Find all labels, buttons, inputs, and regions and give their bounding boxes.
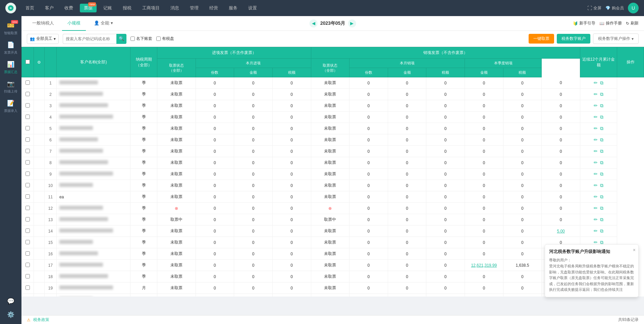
row-checkbox[interactable] bbox=[25, 92, 30, 96]
select-all-checkbox[interactable] bbox=[25, 60, 30, 64]
sidebar-item-gear[interactable]: ⚙️ bbox=[1, 308, 20, 321]
sidebar-item-ticket-summary[interactable]: 📊 票据汇总 bbox=[1, 58, 20, 77]
row-edit-button[interactable]: ✏ bbox=[593, 193, 598, 200]
row-checkbox[interactable] bbox=[25, 240, 30, 244]
search-input[interactable] bbox=[63, 34, 116, 44]
row-checkbox[interactable] bbox=[25, 194, 30, 199]
nav-client[interactable]: 客户 bbox=[41, 4, 58, 12]
row-copy-button[interactable]: ⧉ bbox=[599, 136, 604, 143]
tax-ops-button[interactable]: 税务数字账户操作 ▾ bbox=[593, 34, 639, 44]
refresh-button[interactable]: ↻ 刷新 bbox=[626, 20, 639, 26]
row-checkbox[interactable] bbox=[25, 263, 30, 267]
tab-small-scale[interactable]: 小规模 bbox=[62, 16, 86, 31]
sidebar-item-ticket-entry[interactable]: 📝 票据录入 bbox=[1, 96, 20, 116]
row-edit-button[interactable]: ✏ bbox=[593, 205, 598, 211]
sidebar-item-invoice-open[interactable]: 📄 发票开具 bbox=[1, 38, 20, 58]
nav-manage[interactable]: 管理 bbox=[186, 4, 203, 12]
one-click-ticket-button[interactable]: 一键取票 bbox=[529, 34, 554, 44]
tab-general-taxpayer[interactable]: 一般纳税人 bbox=[27, 16, 59, 31]
row-copy-button[interactable]: ⧉ bbox=[599, 182, 604, 189]
row-copy-button[interactable]: ⧉ bbox=[599, 102, 604, 109]
row-checkbox[interactable] bbox=[25, 103, 30, 108]
nav-fee[interactable]: 收费 bbox=[60, 4, 77, 12]
row-copy-button[interactable]: ⧉ bbox=[599, 205, 604, 212]
row-edit-button[interactable]: ✏ bbox=[593, 102, 598, 109]
app-logo[interactable] bbox=[5, 3, 16, 13]
total-12m-value[interactable]: 5.00 bbox=[557, 229, 565, 234]
row-checkbox[interactable] bbox=[25, 285, 30, 290]
row-edit-button[interactable]: ✏ bbox=[593, 125, 598, 132]
row-copy-button[interactable]: ⧉ bbox=[599, 228, 604, 235]
nav-business[interactable]: 工商项目 bbox=[138, 4, 164, 12]
row-copy-button[interactable]: ⧉ bbox=[599, 79, 604, 86]
check-names-label[interactable]: 名下账套 bbox=[130, 36, 152, 42]
sidebar-item-scan-upload[interactable]: 📷 扫描上传 bbox=[1, 77, 20, 96]
check-tax-label[interactable]: 有税盘 bbox=[156, 36, 174, 42]
row-checkbox[interactable] bbox=[25, 115, 30, 119]
row-checkbox[interactable] bbox=[25, 206, 30, 210]
row-edit-button[interactable]: ✏ bbox=[593, 216, 598, 223]
notification-close-button[interactable]: × bbox=[633, 247, 636, 253]
row-edit-button[interactable]: ✏ bbox=[593, 136, 598, 143]
date-next-button[interactable]: ▶ bbox=[348, 19, 356, 27]
nav-invoice[interactable]: 票据 new bbox=[80, 4, 97, 12]
row-copy-button[interactable]: ⧉ bbox=[599, 148, 604, 155]
check-names-checkbox[interactable] bbox=[130, 37, 135, 41]
tax-digital-button[interactable]: 税务数字账户 bbox=[557, 34, 590, 44]
nav-settings[interactable]: 设置 bbox=[244, 4, 261, 12]
row-checkbox[interactable] bbox=[25, 137, 30, 142]
row-edit-button[interactable]: ✏ bbox=[593, 228, 598, 234]
fullscreen-button[interactable]: ⛶ 全屏 bbox=[587, 5, 601, 11]
staff-filter[interactable]: 👥 全部员工 ▾ bbox=[27, 34, 59, 44]
member-button[interactable]: 💎 购会员 bbox=[605, 5, 624, 11]
th-out-status[interactable]: 取票状态（全部） bbox=[311, 59, 350, 77]
new-guide-button[interactable]: 🔰 新手引导 bbox=[573, 20, 595, 26]
row-copy-button[interactable]: ⧉ bbox=[599, 125, 604, 132]
row-edit-button[interactable]: ✏ bbox=[593, 171, 598, 177]
row-checkbox[interactable] bbox=[25, 126, 30, 130]
row-copy-button[interactable]: ⧉ bbox=[599, 114, 604, 121]
nav-tax[interactable]: 报税 bbox=[119, 4, 136, 12]
row-checkbox[interactable] bbox=[25, 172, 30, 176]
nav-service[interactable]: 服务 bbox=[225, 4, 241, 12]
row-checkbox[interactable] bbox=[25, 183, 30, 187]
row-copy-button[interactable]: ⧉ bbox=[599, 171, 604, 178]
season-amt-value[interactable]: 12,621,319.99 bbox=[471, 263, 497, 268]
nav-home[interactable]: 首页 bbox=[21, 4, 38, 12]
th-in-status[interactable]: 取票状态（全部） bbox=[157, 59, 196, 77]
row-checkbox[interactable] bbox=[25, 274, 30, 278]
row-copy-button[interactable]: ⧉ bbox=[599, 216, 604, 223]
sidebar-item-chat[interactable]: 💬 bbox=[1, 295, 20, 308]
sidebar-item-smart-ticket[interactable]: 🎫 智能取票 new bbox=[1, 19, 20, 38]
status-error-icon: ⊗ bbox=[175, 206, 178, 211]
manual-button[interactable]: 📖 操作手册 bbox=[599, 20, 622, 26]
row-edit-button[interactable]: ✏ bbox=[593, 91, 598, 98]
row-checkbox[interactable] bbox=[25, 217, 30, 221]
nav-operate[interactable]: 经营 bbox=[205, 4, 222, 12]
th-client-name[interactable]: 客户名称(全部) bbox=[57, 47, 130, 77]
row-edit-button[interactable]: ✏ bbox=[593, 79, 598, 86]
row-checkbox[interactable] bbox=[25, 80, 30, 85]
date-prev-button[interactable]: ◀ bbox=[310, 19, 318, 27]
tab-all[interactable]: 👤 全能 ▾ bbox=[89, 16, 118, 31]
row-checkbox[interactable] bbox=[25, 149, 30, 153]
row-checkbox[interactable] bbox=[25, 251, 30, 256]
row-copy-button[interactable]: ⧉ bbox=[599, 193, 604, 200]
th-outgoing-group: 销项发票（不含作废票） bbox=[311, 47, 580, 59]
nav-message[interactable]: 消息 bbox=[166, 4, 183, 12]
row-copy-button[interactable]: ⧉ bbox=[599, 159, 604, 166]
user-avatar[interactable]: U bbox=[628, 3, 639, 13]
search-button[interactable]: 🔍 bbox=[116, 34, 126, 44]
tax-policy-link[interactable]: 税务政策 bbox=[33, 317, 49, 323]
row-edit-button[interactable]: ✏ bbox=[593, 148, 598, 154]
th-period[interactable]: 纳税周期（全部） bbox=[130, 47, 157, 77]
row-edit-button[interactable]: ✏ bbox=[593, 182, 598, 189]
row-edit-button[interactable]: ✏ bbox=[593, 159, 598, 166]
check-tax-checkbox[interactable] bbox=[156, 37, 161, 41]
row-copy-button[interactable]: ⧉ bbox=[599, 91, 604, 98]
row-period: 季 bbox=[130, 225, 157, 237]
row-checkbox[interactable] bbox=[25, 160, 30, 165]
nav-accounting[interactable]: 记账 bbox=[99, 4, 116, 12]
row-edit-button[interactable]: ✏ bbox=[593, 114, 598, 120]
row-checkbox[interactable] bbox=[25, 229, 30, 233]
